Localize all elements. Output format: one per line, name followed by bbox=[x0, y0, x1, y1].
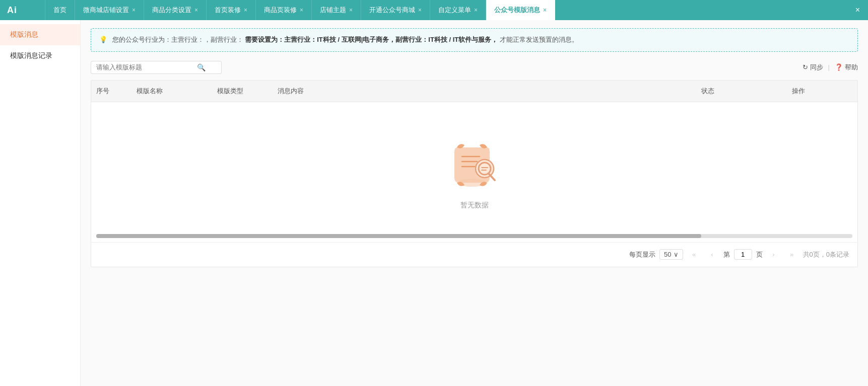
next-page-icon: › bbox=[772, 251, 774, 258]
col-type: 模版类型 bbox=[212, 81, 273, 102]
scroll-thumb[interactable] bbox=[96, 234, 701, 238]
info-text-before: 您的公众号行业为：主营行业：，副营行业： bbox=[112, 36, 243, 43]
tab-bar: Ai 首页 微商城店铺设置 × 商品分类设置 × 首页装修 × 商品页装修 × … bbox=[0, 0, 868, 20]
tab-shop-theme[interactable]: 店铺主题 × bbox=[312, 0, 361, 20]
tab-product-decor-close[interactable]: × bbox=[300, 7, 303, 14]
table-header: 序号 模版名称 模版类型 消息内容 状态 操作 bbox=[91, 81, 857, 102]
sidebar-item-template-record-label: 模版消息记录 bbox=[10, 51, 52, 59]
tab-open-mall-close[interactable]: × bbox=[418, 7, 422, 14]
tab-home-decor[interactable]: 首页装修 × bbox=[207, 0, 256, 20]
tab-home-decor-label: 首页装修 bbox=[215, 6, 241, 15]
help-button[interactable]: ❓ 帮助 bbox=[835, 63, 858, 72]
empty-text: 暂无数据 bbox=[460, 201, 489, 210]
logo: Ai bbox=[0, 0, 45, 20]
data-table: 序号 模版名称 模版类型 消息内容 状态 操作 bbox=[91, 80, 858, 267]
last-page-icon: » bbox=[790, 251, 793, 258]
help-icon: ❓ bbox=[835, 63, 843, 71]
tab-custom-menu-label: 自定义菜单 bbox=[438, 6, 471, 15]
global-close-button[interactable]: × bbox=[847, 6, 868, 15]
sync-label: 同步 bbox=[810, 63, 823, 72]
tab-category-label: 商品分类设置 bbox=[152, 6, 191, 15]
search-input-wrap[interactable]: 🔍 bbox=[91, 61, 222, 74]
tab-open-mall[interactable]: 开通公众号商城 × bbox=[361, 0, 430, 20]
search-input[interactable] bbox=[96, 63, 197, 71]
last-page-button[interactable]: » bbox=[785, 248, 799, 262]
tab-category[interactable]: 商品分类设置 × bbox=[144, 0, 207, 20]
next-page-button[interactable]: › bbox=[767, 248, 781, 262]
tab-template-msg-close[interactable]: × bbox=[543, 7, 547, 14]
page-size-select[interactable]: 50 ∨ bbox=[659, 249, 683, 260]
horizontal-scrollbar[interactable] bbox=[91, 230, 857, 242]
tab-template-msg[interactable]: 公众号模版消息 × bbox=[486, 0, 555, 20]
tab-open-mall-label: 开通公众号商城 bbox=[369, 6, 415, 15]
col-content: 消息内容 bbox=[273, 81, 696, 102]
page-size-chevron-icon: ∨ bbox=[674, 251, 679, 258]
toolbar-right: ↻ 同步 | ❓ 帮助 bbox=[803, 63, 858, 72]
toolbar-divider: | bbox=[828, 63, 830, 71]
sidebar: 模版消息 模版消息记录 bbox=[0, 20, 81, 386]
sidebar-item-template-msg[interactable]: 模版消息 bbox=[0, 24, 80, 45]
empty-illustration bbox=[444, 132, 505, 193]
tab-home-decor-close[interactable]: × bbox=[244, 7, 247, 14]
lightbulb-icon: 💡 bbox=[99, 36, 107, 43]
page-size-label: 每页显示 bbox=[629, 250, 655, 259]
first-page-icon: « bbox=[692, 251, 696, 258]
prev-page-button[interactable]: ‹ bbox=[705, 248, 719, 262]
tab-custom-menu-close[interactable]: × bbox=[474, 7, 478, 14]
col-name: 模版名称 bbox=[131, 81, 212, 102]
content-area: 💡 您的公众号行业为：主营行业：，副营行业： 需要设置为：主营行业：IT科技 /… bbox=[81, 20, 868, 386]
scroll-track bbox=[96, 234, 852, 238]
info-banner: 💡 您的公众号行业为：主营行业：，副营行业： 需要设置为：主营行业：IT科技 /… bbox=[91, 28, 858, 52]
tab-product-decor-label: 商品页装修 bbox=[264, 6, 297, 15]
empty-state: 暂无数据 bbox=[91, 102, 857, 230]
page-prefix: 第 bbox=[723, 250, 730, 259]
refresh-icon: ↻ bbox=[803, 63, 808, 71]
tab-home[interactable]: 首页 bbox=[45, 0, 75, 20]
prev-page-icon: ‹ bbox=[711, 251, 713, 258]
logo-text: Ai bbox=[7, 5, 17, 16]
sync-button[interactable]: ↻ 同步 bbox=[803, 63, 823, 72]
tab-template-msg-label: 公众号模版消息 bbox=[494, 6, 540, 15]
sidebar-item-template-record[interactable]: 模版消息记录 bbox=[0, 45, 80, 66]
page-unit: 页 bbox=[756, 250, 763, 259]
tab-micro-shop-label: 微商城店铺设置 bbox=[83, 6, 129, 15]
tab-micro-shop-close[interactable]: × bbox=[132, 7, 136, 14]
info-text-highlight: 需要设置为：主营行业：IT科技 / 互联网|电子商务，副营行业：IT科技 / I… bbox=[245, 36, 498, 43]
tab-product-decor[interactable]: 商品页装修 × bbox=[256, 0, 312, 20]
tab-shop-theme-label: 店铺主题 bbox=[320, 6, 346, 15]
tab-category-close[interactable]: × bbox=[194, 7, 198, 14]
search-bar: 🔍 ↻ 同步 | ❓ 帮助 bbox=[91, 61, 858, 74]
info-text-after: 才能正常发送预置的消息。 bbox=[500, 36, 578, 43]
tab-micro-shop[interactable]: 微商城店铺设置 × bbox=[75, 0, 144, 20]
main-layout: 模版消息 模版消息记录 💡 您的公众号行业为：主营行业：，副营行业： 需要设置为… bbox=[0, 20, 868, 386]
tab-home-label: 首页 bbox=[53, 6, 66, 15]
total-info: 共0页，0条记录 bbox=[803, 250, 849, 259]
first-page-button[interactable]: « bbox=[687, 248, 701, 262]
search-icon[interactable]: 🔍 bbox=[197, 63, 206, 71]
col-action: 操作 bbox=[787, 81, 857, 102]
col-index: 序号 bbox=[91, 81, 131, 102]
col-status: 状态 bbox=[696, 81, 787, 102]
tab-custom-menu[interactable]: 自定义菜单 × bbox=[430, 0, 486, 20]
tab-shop-theme-close[interactable]: × bbox=[349, 7, 353, 14]
page-number-input[interactable] bbox=[734, 249, 752, 260]
page-size-value: 50 bbox=[664, 251, 671, 258]
pagination: 每页显示 50 ∨ « ‹ 第 页 › » bbox=[91, 242, 857, 267]
help-label: 帮助 bbox=[845, 63, 858, 72]
sidebar-item-template-msg-label: 模版消息 bbox=[10, 30, 38, 38]
